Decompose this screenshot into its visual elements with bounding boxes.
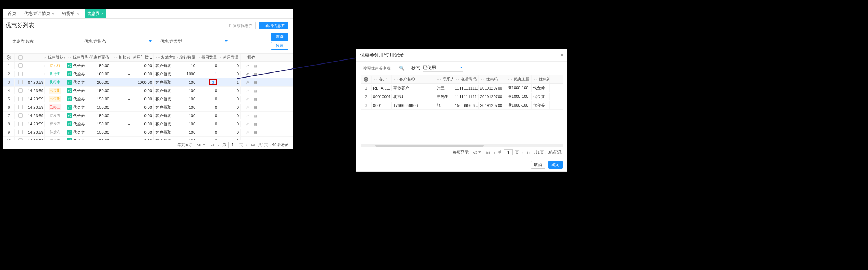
- cancel-button[interactable]: 取消: [531, 161, 545, 169]
- close-icon[interactable]: ×: [52, 12, 54, 16]
- ok-button[interactable]: 确定: [548, 161, 563, 169]
- settings-button[interactable]: 设置: [271, 42, 288, 50]
- tab-home[interactable]: 首页: [5, 9, 18, 18]
- cell-status: 执行中: [45, 78, 65, 86]
- share-icon[interactable]: ⇗: [245, 71, 250, 76]
- claim-count-link[interactable]: 3: [209, 79, 217, 85]
- first-page-icon[interactable]: ⏮: [209, 143, 215, 147]
- row-checkbox[interactable]: [15, 137, 26, 140]
- col-contact[interactable]: ▲▼联系人: [435, 75, 453, 83]
- cell-contact: 唐先生: [435, 93, 453, 100]
- col-code[interactable]: ▲▼优惠码: [479, 75, 506, 83]
- table-row[interactable]: 2执行中代代金券100.00--0.00客户领取100010⇗▦: [3, 70, 293, 78]
- cell-phone: 11111111111: [453, 94, 479, 100]
- close-icon[interactable]: ×: [560, 52, 563, 58]
- row-checkbox[interactable]: [15, 71, 26, 77]
- last-page-icon[interactable]: ⏭: [526, 150, 532, 155]
- qrcode-icon[interactable]: ▦: [253, 96, 258, 101]
- share-icon[interactable]: ⇗: [245, 63, 250, 68]
- search-input[interactable]: [363, 66, 399, 70]
- checkbox-icon: [18, 72, 23, 76]
- distribute-coupon-button[interactable]: ⇪发放优惠券: [225, 22, 256, 29]
- tab-detail[interactable]: 优惠券详情页×: [22, 9, 56, 18]
- next-page-icon[interactable]: ›: [521, 150, 524, 155]
- table-row[interactable]: 3000117666666666张156 6666 6...2019120700…: [361, 101, 563, 110]
- gear-header[interactable]: [361, 76, 372, 83]
- col-customer[interactable]: ▲▼客户...: [372, 75, 392, 83]
- cell-code: 2019120700...: [479, 102, 506, 109]
- qrcode-icon[interactable]: ▦: [253, 113, 258, 118]
- status-badge: 待发布: [49, 121, 61, 127]
- row-checkbox[interactable]: [15, 104, 26, 111]
- table-row[interactable]: 200010001北京1唐先生111111111112019120700...满…: [361, 92, 563, 101]
- col-claim[interactable]: ▲▼领用数量: [197, 54, 219, 61]
- col-time[interactable]: [26, 57, 45, 59]
- table-row[interactable]: 307 23:59执行中代代金券200.00--1000.00客户领取10031…: [3, 78, 293, 87]
- qrcode-icon[interactable]: ▦: [253, 121, 258, 126]
- claim-count-link[interactable]: 1: [215, 72, 217, 76]
- share-icon[interactable]: ⇗: [245, 80, 250, 85]
- col-discount[interactable]: ▲▼折扣%: [111, 54, 132, 61]
- qrcode-icon[interactable]: ▦: [253, 71, 258, 76]
- col-threshold[interactable]: ▲▼使用门槛...: [132, 54, 154, 61]
- prev-page-icon[interactable]: ‹: [493, 150, 496, 155]
- table-row[interactable]: 414 23:59已过期代代金券150.00--0.00客户领取10000⇗▦: [3, 87, 293, 95]
- row-checkbox[interactable]: [15, 129, 26, 136]
- per-page-select[interactable]: 50: [471, 150, 483, 155]
- row-checkbox[interactable]: [15, 96, 26, 102]
- qrcode-icon[interactable]: ▦: [253, 88, 258, 93]
- cell-method: 客户领取: [154, 112, 175, 120]
- next-page-icon[interactable]: ›: [245, 143, 248, 147]
- row-checkbox[interactable]: [15, 87, 26, 94]
- search-icon[interactable]: 🔍: [399, 66, 405, 71]
- col-method[interactable]: ▲▼发放方式: [154, 54, 175, 61]
- table-row[interactable]: 514 23:59已过期代代金券150.00--0.00客户领取10000⇗▦: [3, 95, 293, 103]
- table-row[interactable]: 1待执行代代金券50.00--0.00客户领取1000⇗▦: [3, 62, 293, 70]
- checkbox-icon: [18, 105, 23, 109]
- table-row[interactable]: 914 23:59待发布代代金券150.00--0.00客户领取10000⇗▦: [3, 128, 293, 137]
- qrcode-icon[interactable]: ▦: [253, 105, 258, 110]
- close-icon[interactable]: ×: [76, 12, 79, 16]
- first-page-icon[interactable]: ⏮: [485, 150, 491, 155]
- col-issue[interactable]: ▲▼发行数量: [175, 54, 197, 61]
- checkbox-header[interactable]: [15, 54, 26, 61]
- query-button[interactable]: 查询: [271, 33, 288, 41]
- col-ctype[interactable]: ▲▼优惠券类: [532, 75, 550, 83]
- close-icon[interactable]: ×: [101, 12, 103, 16]
- page-input[interactable]: [228, 142, 237, 148]
- tab-sales[interactable]: 销货单×: [60, 9, 81, 18]
- cell-op: ⇗▦: [241, 129, 262, 136]
- col-topic[interactable]: ▲▼优惠主题: [506, 75, 532, 83]
- qrcode-icon[interactable]: ▦: [253, 80, 258, 85]
- prev-page-icon[interactable]: ‹: [217, 143, 220, 147]
- table-row[interactable]: 1RETAIL...零散客户张三111111111112019120700...…: [361, 84, 563, 92]
- gear-header[interactable]: [3, 54, 15, 61]
- col-use[interactable]: ▲▼使用数量: [219, 54, 241, 61]
- coupon-name-input[interactable]: [36, 37, 76, 45]
- qrcode-icon[interactable]: ▦: [253, 63, 258, 68]
- table-row[interactable]: 1014 23:59待发布代代金券150.00--0.00客户领取10000⇗▦: [3, 137, 293, 140]
- coupon-status-select[interactable]: [108, 37, 152, 45]
- row-checkbox[interactable]: [15, 79, 26, 86]
- col-face[interactable]: ▲▼优惠券面值: [87, 54, 111, 61]
- col-name[interactable]: ▲▼客户名称: [392, 75, 435, 83]
- horizontal-scrollbar[interactable]: [361, 144, 563, 147]
- state-select[interactable]: 已使用: [423, 65, 463, 72]
- row-checkbox[interactable]: [15, 62, 26, 69]
- row-checkbox[interactable]: [15, 121, 26, 127]
- add-coupon-button[interactable]: +新增优惠券: [259, 22, 288, 29]
- table-row[interactable]: 614 23:59已终止代代金券150.00--0.00客户领取10000⇗▦: [3, 103, 293, 112]
- page-input[interactable]: [504, 149, 513, 155]
- col-type[interactable]: ▲▼优惠券类型: [65, 54, 87, 61]
- table-row[interactable]: 714 23:59待发布代代金券150.00--0.00客户领取10000⇗▦: [3, 112, 293, 120]
- tab-coupon[interactable]: 优惠券×: [85, 9, 106, 18]
- row-checkbox[interactable]: [15, 112, 26, 119]
- scrollbar-thumb[interactable]: [375, 145, 484, 147]
- col-phone[interactable]: ▲▼电话号码: [453, 75, 479, 83]
- last-page-icon[interactable]: ⏭: [250, 143, 256, 147]
- qrcode-icon[interactable]: ▦: [253, 130, 258, 135]
- table-row[interactable]: 814 23:59待发布代代金券150.00--0.00客户领取10000⇗▦: [3, 120, 293, 128]
- coupon-type-select[interactable]: [184, 37, 228, 45]
- col-status[interactable]: ▲▼优惠券状态: [45, 54, 65, 61]
- per-page-select[interactable]: 50: [195, 142, 207, 148]
